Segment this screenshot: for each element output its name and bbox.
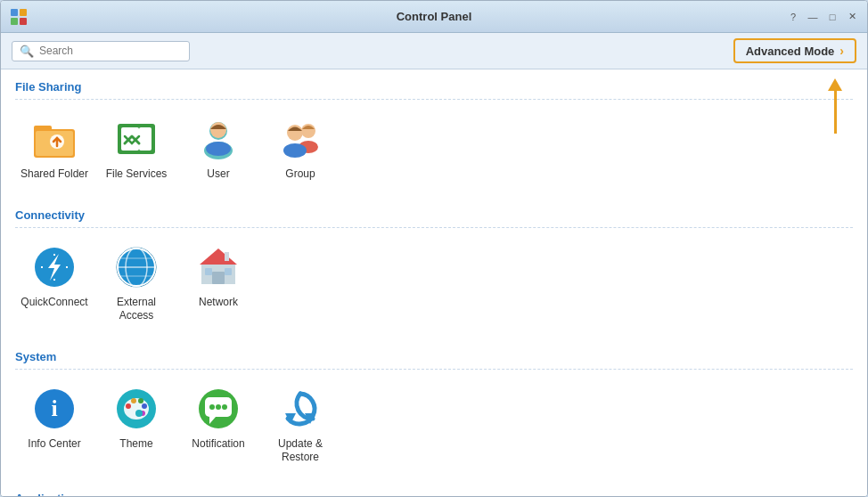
window-title: Control Panel (397, 10, 472, 23)
svg-rect-0 (11, 9, 18, 16)
svg-point-38 (131, 398, 136, 403)
shared-folder-icon (31, 116, 78, 162)
svg-point-40 (142, 403, 147, 409)
section-title-connectivity: Connectivity (15, 198, 853, 227)
user-icon (195, 116, 242, 162)
advanced-mode-button[interactable]: Advanced Mode › (733, 38, 856, 63)
section-divider-system (15, 369, 853, 370)
content-area: File Sharing Shared Folder (1, 69, 867, 496)
svg-point-39 (138, 398, 143, 403)
section-divider-file-sharing (15, 99, 853, 100)
external-access-icon (113, 244, 160, 290)
close-button[interactable]: ✕ (844, 9, 860, 25)
theme-item[interactable]: Theme (97, 379, 176, 472)
titlebar: Control Panel ? — □ ✕ (1, 1, 867, 33)
info-center-icon: i (31, 386, 78, 432)
svg-point-36 (124, 398, 149, 420)
update-restore-label: Update & Restore (265, 437, 336, 465)
group-icon (277, 116, 323, 162)
svg-rect-1 (20, 9, 27, 16)
quickconnect-icon (31, 244, 78, 290)
network-icon (195, 244, 242, 290)
system-grid: i Info Center (15, 379, 853, 481)
theme-icon (113, 386, 160, 432)
section-title-applications: Applications (15, 481, 853, 496)
svg-point-46 (209, 404, 215, 410)
svg-point-47 (216, 404, 221, 410)
svg-point-18 (283, 143, 307, 158)
user-item[interactable]: User (179, 109, 258, 189)
info-center-label: Info Center (28, 437, 80, 452)
search-icon: 🔍 (20, 45, 34, 58)
quickconnect-item[interactable]: QuickConnect (15, 237, 94, 330)
svg-rect-29 (212, 272, 225, 284)
section-title-system: System (15, 339, 853, 369)
arrow-annotation (828, 78, 842, 134)
section-divider-connectivity (15, 227, 853, 228)
window-controls: ? — □ ✕ (785, 9, 860, 25)
notification-icon (195, 386, 242, 432)
network-label: Network (199, 296, 238, 310)
arrow-line (834, 89, 837, 134)
file-services-icon (113, 116, 160, 162)
section-title-file-sharing: File Sharing (15, 69, 853, 99)
external-access-label: External Access (101, 296, 172, 323)
svg-rect-31 (205, 268, 212, 275)
svg-rect-10 (139, 127, 151, 151)
shared-folder-item[interactable]: Shared Folder (15, 109, 94, 189)
minimize-button[interactable]: — (805, 9, 821, 25)
search-input[interactable] (39, 45, 182, 57)
advanced-mode-label: Advanced Mode (746, 45, 835, 58)
connectivity-grid: QuickConnect External Access (15, 237, 853, 339)
user-label: User (207, 167, 229, 182)
svg-rect-2 (11, 18, 18, 25)
help-button[interactable]: ? (785, 9, 801, 25)
search-box[interactable]: 🔍 (12, 41, 190, 61)
main-window: Control Panel ? — □ ✕ 🔍 Advanced Mode › … (0, 0, 868, 497)
svg-point-48 (222, 404, 227, 410)
chevron-icon: › (839, 44, 844, 58)
file-sharing-grid: Shared Folder File Services (15, 109, 853, 198)
svg-marker-28 (200, 248, 237, 265)
notification-label: Notification (192, 437, 244, 452)
group-item[interactable]: Group (261, 109, 340, 189)
svg-point-37 (126, 403, 131, 409)
external-access-item[interactable]: External Access (97, 237, 176, 330)
svg-rect-30 (225, 252, 229, 261)
svg-rect-32 (225, 268, 232, 275)
svg-point-42 (135, 410, 143, 417)
restore-button[interactable]: □ (824, 9, 840, 25)
file-services-item[interactable]: File Services (97, 109, 176, 189)
quickconnect-label: QuickConnect (20, 296, 87, 310)
file-services-label: File Services (106, 167, 168, 182)
update-restore-icon (277, 386, 323, 432)
notification-item[interactable]: Notification (179, 379, 258, 472)
app-icon (10, 8, 28, 26)
network-item[interactable]: Network (179, 237, 258, 330)
shared-folder-label: Shared Folder (20, 167, 88, 182)
svg-point-14 (206, 142, 231, 156)
toolbar: 🔍 Advanced Mode › (1, 33, 867, 69)
theme-label: Theme (119, 437, 152, 452)
group-label: Group (285, 167, 315, 182)
info-center-item[interactable]: i Info Center (15, 379, 94, 472)
svg-point-13 (210, 122, 226, 138)
update-restore-item[interactable]: Update & Restore (261, 379, 340, 472)
svg-text:i: i (51, 395, 57, 421)
svg-rect-3 (20, 18, 27, 25)
